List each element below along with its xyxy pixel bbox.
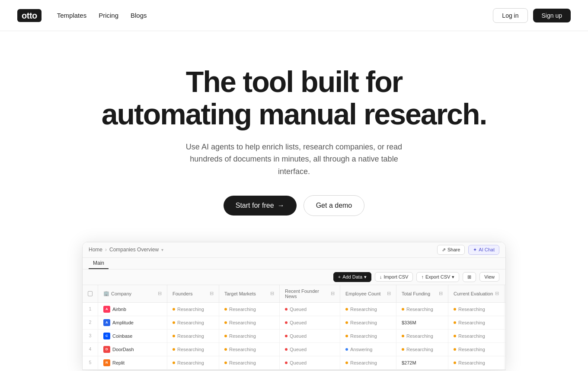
view-button[interactable]: View [479, 272, 499, 282]
nav-item-blogs[interactable]: Blogs [131, 12, 147, 19]
th-evaluation[interactable]: Current Evaluation ⊟ [448, 285, 505, 302]
news-status-3: Queued [290, 333, 307, 339]
th-news[interactable]: Recent Founder News ⊟ [280, 285, 340, 302]
status-dot-m3 [224, 335, 227, 337]
funding-status-3: Researching [406, 333, 433, 339]
status-dot-ev1 [454, 308, 456, 311]
ai-chat-button[interactable]: ✦ AI Chat [468, 245, 499, 255]
td-markets-3: Researching [219, 330, 280, 342]
td-evaluation-5: Researching [448, 356, 505, 369]
status-dot-2 [173, 321, 175, 324]
company-name-3: Coinbase [112, 333, 132, 339]
markets-status-1: Researching [229, 307, 256, 312]
nav-item-templates[interactable]: Templates [57, 12, 86, 19]
sort-icon: ⊟ [158, 291, 162, 296]
data-table: 🏢 Company ⊟ Founders ⊟ Target Markets ⊟ … [83, 285, 505, 370]
th-plus[interactable]: + [505, 285, 505, 302]
td-employees-3: Researching [340, 330, 396, 342]
status-dot-m4 [224, 348, 227, 351]
add-data-label: Add Data [342, 274, 362, 279]
login-button[interactable]: Log in [493, 8, 527, 23]
status-dot-m5 [224, 361, 227, 364]
th-news-label: Recent Founder News [285, 289, 329, 299]
markets-status-2: Researching [229, 320, 256, 325]
nav-item-pricing[interactable]: Pricing [99, 12, 118, 19]
th-company[interactable]: 🏢 Company ⊟ [98, 285, 167, 302]
sort-icon-news: ⊟ [331, 291, 335, 296]
td-company-2[interactable]: A Amplitude [98, 316, 167, 329]
td-company-1[interactable]: A Airbnb [98, 303, 167, 316]
sparkle-icon: ✦ [473, 247, 477, 253]
founders-status-5: Researching [177, 360, 204, 365]
th-checkbox [83, 285, 98, 302]
tab-main[interactable]: Main [89, 258, 109, 269]
breadcrumb-current: Companies Overview [109, 247, 159, 253]
table-row: 3 C Coinbase Researching Researching Que… [83, 330, 505, 343]
status-dot-m2 [224, 321, 227, 324]
start-free-button[interactable]: Start for free → [224, 196, 297, 216]
table-row: 4 D DoorDash Researching Researching Que… [83, 343, 505, 356]
add-data-button[interactable]: + Add Data ▾ [333, 272, 371, 282]
export-chevron-icon: ▾ [452, 274, 454, 280]
share-button[interactable]: ⇗ Share [437, 245, 465, 255]
td-company-3[interactable]: C Coinbase [98, 330, 167, 342]
import-csv-button[interactable]: ↓ Import CSV [375, 272, 413, 282]
th-founders[interactable]: Founders ⊟ [167, 285, 219, 302]
status-dot-n4 [285, 348, 288, 351]
th-employees[interactable]: Employee Count ⊟ [340, 285, 396, 302]
td-checkbox-4[interactable]: 4 [83, 343, 98, 356]
td-company-5[interactable]: R Replit [98, 356, 167, 369]
news-status-4: Queued [290, 347, 307, 352]
td-founders-1: Researching [167, 303, 219, 316]
td-funding-3: Researching [396, 330, 448, 342]
import-label: Import CSV [384, 274, 409, 279]
nav-link-blogs[interactable]: Blogs [131, 12, 147, 19]
status-dot-n3 [285, 335, 288, 337]
td-company-4[interactable]: D DoorDash [98, 343, 167, 356]
status-dot-f4 [402, 348, 404, 351]
td-evaluation-1: Researching [448, 303, 505, 316]
arrow-icon: → [278, 202, 284, 209]
coinbase-logo: C [103, 333, 110, 339]
export-csv-button[interactable]: ↑ Export CSV ▾ [416, 272, 459, 282]
sort-icon-markets: ⊟ [270, 291, 274, 296]
table-preview-container: Home › Companies Overview ▾ ⇗ Share ✦ AI… [82, 242, 506, 370]
td-funding-5: $272M [396, 356, 448, 369]
employees-status-5: Researching [350, 360, 377, 365]
preview-actions: ⇗ Share ✦ AI Chat [437, 245, 499, 255]
th-employees-label: Employee Count [345, 291, 380, 296]
grid-view-button[interactable]: ⊞ [463, 272, 476, 282]
th-markets[interactable]: Target Markets ⊟ [219, 285, 280, 302]
nav-link-templates[interactable]: Templates [57, 12, 86, 19]
td-checkbox-1[interactable]: 1 [83, 303, 98, 316]
td-employees-4: Answering [340, 343, 396, 356]
doordash-logo: D [103, 346, 110, 353]
get-demo-button[interactable]: Get a demo [304, 195, 365, 216]
td-checkbox-5[interactable]: 5 [83, 356, 98, 369]
preview-wrapper: Home › Companies Overview ▾ ⇗ Share ✦ AI… [0, 242, 588, 370]
news-status-5: Queued [290, 360, 307, 365]
th-funding[interactable]: Total Funding ⊟ [396, 285, 448, 302]
signup-button[interactable]: Sign up [533, 9, 571, 22]
share-label: Share [447, 247, 460, 252]
status-dot-n5 [285, 361, 288, 364]
status-dot-m1 [224, 308, 227, 311]
td-checkbox-2[interactable]: 2 [83, 316, 98, 329]
table-row: 5 R Replit Researching Researching Queue… [83, 356, 505, 370]
airbnb-logo: A [103, 306, 110, 313]
logo[interactable]: otto [17, 10, 42, 21]
td-funding-2: $336M [396, 316, 448, 329]
preview-topbar: Home › Companies Overview ▾ ⇗ Share ✦ AI… [83, 242, 505, 258]
sort-icon-employees: ⊟ [387, 291, 391, 296]
td-founders-4: Researching [167, 343, 219, 356]
breadcrumb-sep1: › [105, 247, 107, 253]
founders-status-4: Researching [177, 347, 204, 352]
row-number-4: 4 [89, 347, 92, 352]
funding-amount-2: $336M [402, 320, 416, 325]
nav-link-pricing[interactable]: Pricing [99, 12, 118, 19]
status-dot-n2 [285, 321, 288, 324]
company-name-1: Airbnb [112, 307, 126, 312]
td-markets-5: Researching [219, 356, 280, 369]
td-checkbox-3[interactable]: 3 [83, 330, 98, 342]
table-row: 1 A Airbnb Researching Researching Queue… [83, 303, 505, 316]
